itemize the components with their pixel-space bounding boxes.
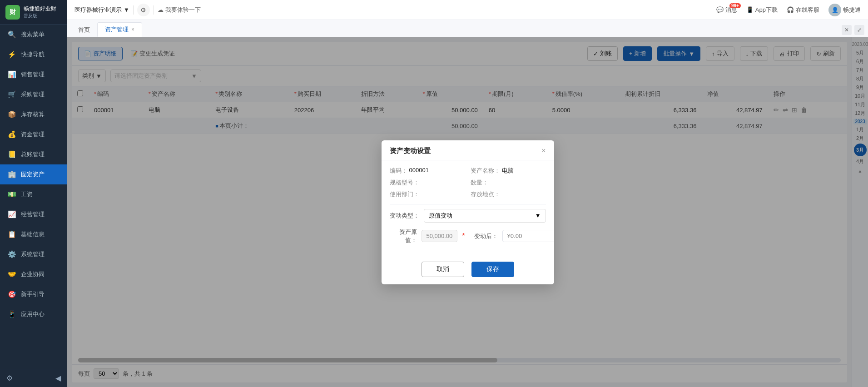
- tab-asset-management[interactable]: 资产管理 ×: [97, 22, 142, 37]
- app-download-label: App下载: [755, 6, 778, 14]
- message-icon: 💬: [716, 6, 724, 13]
- company-selector[interactable]: 医疗器械行业演示 ▼: [74, 6, 129, 14]
- topbar-left: 医疗器械行业演示 ▼ ⚙ ☁ 我要体验一下: [74, 4, 201, 16]
- sidebar-item-ledger[interactable]: 📒 总账管理: [0, 144, 67, 164]
- cloud-icon: ☁: [158, 6, 164, 13]
- quantity-label: 数量：: [471, 179, 488, 187]
- code-value: 000001: [409, 167, 429, 175]
- sales-icon: 📊: [7, 70, 16, 79]
- sidebar-item-payroll[interactable]: 💵 工资: [0, 184, 67, 204]
- user-avatar: 👤: [828, 4, 841, 16]
- user-name: 畅捷通: [843, 6, 861, 14]
- modal-close-btn[interactable]: ×: [541, 147, 546, 155]
- sidebar-item-finance[interactable]: 💰 资金管理: [0, 124, 67, 144]
- online-service-btn[interactable]: 🎧 在线客服: [787, 6, 819, 14]
- sidebar-item-label: 销售管理: [21, 70, 45, 79]
- ledger-icon: 📒: [7, 150, 16, 159]
- asset-name-value: 电脑: [502, 167, 514, 175]
- sidebar-item-purchase[interactable]: 🛒 采购管理: [0, 84, 67, 104]
- sidebar-item-app-center[interactable]: 📱 应用中心: [0, 304, 67, 324]
- sidebar-item-sales[interactable]: 📊 销售管理: [0, 64, 67, 84]
- guide-icon: 🎯: [7, 290, 16, 299]
- tab-active-label: 资产管理: [105, 25, 129, 34]
- location-label: 存放地点：: [471, 190, 500, 198]
- sidebar-bottom: ⚙ ◀: [0, 369, 67, 387]
- required-star: *: [462, 232, 465, 240]
- modal-dept-row: 使用部门：: [390, 190, 465, 198]
- online-service-label: 在线客服: [796, 6, 819, 14]
- tab-home-label: 首页: [78, 26, 90, 34]
- modal-divider: [390, 204, 546, 204]
- modal-overlay: 资产变动设置 × 编码： 000001 资产名称： 电脑: [67, 37, 868, 387]
- sidebar-item-basic-info[interactable]: 📋 基础信息: [0, 224, 67, 244]
- sidebar-item-operations[interactable]: 📈 经营管理: [0, 204, 67, 224]
- settings-icon[interactable]: ⚙: [6, 374, 13, 382]
- topbar: 医疗器械行业演示 ▼ ⚙ ☁ 我要体验一下 💬 消息 99+ 📱 App下载 �: [67, 0, 868, 20]
- sidebar: 财 畅捷通好业财 普及版 🔍 搜索菜单 ⚡ 快捷导航 📊 销售管理 🛒 采购管理…: [0, 0, 67, 387]
- original-value-row: 资产原值： 50,000.00 * 变动后：: [390, 228, 546, 244]
- assets-icon: 🏢: [7, 170, 16, 179]
- system-icon: ⚙️: [7, 250, 16, 259]
- sidebar-item-guide[interactable]: 🎯 新手引导: [0, 284, 67, 304]
- sidebar-item-quick-nav[interactable]: ⚡ 快捷导航: [0, 45, 67, 64]
- sidebar-item-inventory[interactable]: 📦 库存核算: [0, 104, 67, 124]
- modal-quantity-row: 数量：: [471, 179, 546, 187]
- change-type-select[interactable]: 原值变动 ▼: [424, 209, 546, 223]
- sidebar-scroll: 🔍 搜索菜单 ⚡ 快捷导航 📊 销售管理 🛒 采购管理 📦 库存核算 💰 资金管…: [0, 25, 67, 369]
- content-area: 📄 资产明细 📝 变更生成凭证 ✓ 刘账 + 新增: [67, 37, 868, 387]
- message-btn[interactable]: 💬 消息 99+: [716, 6, 737, 14]
- modal-body: 编码： 000001 资产名称： 电脑 规格型号： 数量：: [382, 160, 554, 256]
- cancel-btn[interactable]: 取消: [422, 262, 464, 277]
- sidebar-item-label: 资金管理: [21, 130, 45, 139]
- logo-icon: 财: [5, 5, 20, 20]
- purchase-icon: 🛒: [7, 90, 16, 99]
- sidebar-item-label: 应用中心: [21, 310, 45, 318]
- sidebar-item-label: 企业协同: [21, 270, 45, 278]
- tab-close-icon[interactable]: ×: [131, 26, 134, 33]
- company-name: 医疗器械行业演示: [74, 6, 122, 14]
- modal-footer: 取消 保存: [382, 256, 554, 284]
- sidebar-item-search[interactable]: 🔍 搜索菜单: [0, 25, 67, 45]
- sidebar-item-collab[interactable]: 🤝 企业协同: [0, 264, 67, 284]
- logo-text: 畅捷通好业财: [24, 5, 56, 13]
- change-after-input[interactable]: [502, 230, 554, 242]
- dept-label: 使用部门：: [390, 190, 419, 198]
- inventory-icon: 📦: [7, 110, 16, 119]
- tabbar-actions: ✕ ⤢: [842, 25, 864, 37]
- chevron-down-icon: ▼: [124, 6, 129, 13]
- operations-icon: 📈: [7, 210, 16, 219]
- sidebar-logo: 财 畅捷通好业财 普及版: [0, 0, 67, 25]
- sidebar-item-assets[interactable]: 🏢 固定资产: [0, 164, 67, 184]
- modal-info-grid: 编码： 000001 资产名称： 电脑 规格型号： 数量：: [390, 167, 546, 198]
- tab-home[interactable]: 首页: [71, 23, 97, 37]
- tab-close-window-btn[interactable]: ✕: [842, 25, 852, 35]
- sidebar-item-label: 经营管理: [21, 210, 45, 218]
- topbar-settings-btn[interactable]: ⚙: [137, 4, 150, 16]
- tab-expand-btn[interactable]: ⤢: [854, 25, 864, 35]
- app-download-btn[interactable]: 📱 App下载: [746, 6, 778, 14]
- sidebar-item-label: 快捷导航: [21, 50, 45, 59]
- sidebar-item-label: 固定资产: [21, 170, 45, 179]
- message-badge: 99+: [729, 3, 741, 8]
- change-type-label: 变动类型：: [390, 212, 419, 220]
- modal-spec-row: 规格型号：: [390, 179, 465, 187]
- original-value-label: 资产原值：: [390, 228, 417, 244]
- search-icon: 🔍: [7, 30, 16, 39]
- modal-location-row: 存放地点：: [471, 190, 546, 198]
- modal-name-row: 资产名称： 电脑: [471, 167, 546, 175]
- collapse-icon[interactable]: ◀: [55, 374, 61, 382]
- user-profile[interactable]: 👤 畅捷通: [828, 4, 861, 16]
- sidebar-item-system[interactable]: ⚙️ 系统管理: [0, 244, 67, 264]
- sidebar-item-label: 工资: [21, 190, 33, 198]
- quick-nav-icon: ⚡: [7, 50, 16, 59]
- save-btn[interactable]: 保存: [471, 262, 514, 277]
- experience-btn[interactable]: ☁ 我要体验一下: [158, 6, 201, 14]
- sidebar-item-label: 库存核算: [21, 110, 45, 119]
- sidebar-item-label: 总账管理: [21, 150, 45, 159]
- logo-sub: 普及版: [24, 13, 56, 19]
- change-type-row: 变动类型： 原值变动 ▼: [390, 209, 546, 223]
- sidebar-item-label: 基础信息: [21, 230, 45, 238]
- sidebar-item-label: 采购管理: [21, 90, 45, 99]
- modal-code-row: 编码： 000001: [390, 167, 465, 175]
- tabbar: 首页 资产管理 × ✕ ⤢: [67, 20, 868, 37]
